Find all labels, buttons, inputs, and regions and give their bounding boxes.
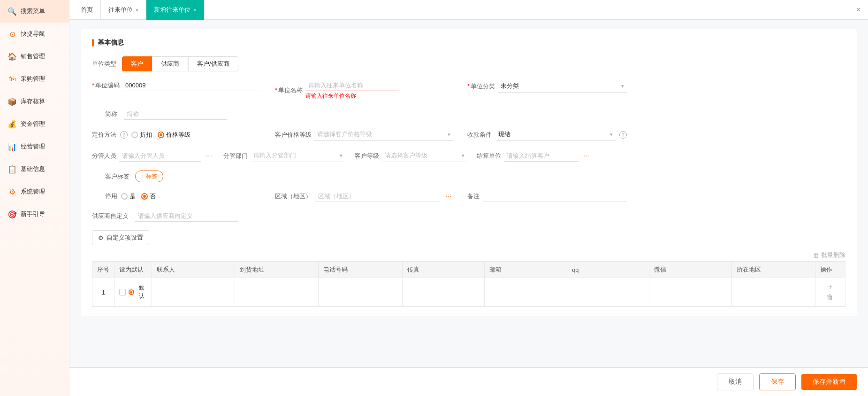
phone-input[interactable] [323,289,397,296]
row-seq: 1 [92,278,114,307]
row-qq[interactable] [567,278,649,307]
region-more-button[interactable]: ··· [443,192,453,201]
supervisor-label: 分管人员 [92,152,116,160]
disabled-radio-group: 是 否 [121,192,156,201]
disabled-yes-radio[interactable]: 是 [121,192,136,201]
pricing-method-radio-group: 折扣 价格等级 [131,131,190,139]
supervisor-field: 分管人员 ··· [92,150,214,162]
remarks-input[interactable] [483,191,627,202]
abbreviation-label: 简称 [105,110,117,118]
tab-new-partner[interactable]: 新增往来单位 × [146,0,204,20]
row-fax[interactable] [402,278,485,307]
department-select[interactable]: 请输入分管部门 ▾ [251,149,345,162]
unit-category-select[interactable]: 未分类 ▾ [498,80,627,93]
supplier-custom-row: 供应商自定义 [92,210,845,222]
region-table-input[interactable] [737,289,810,296]
supervisor-input[interactable] [119,150,201,162]
unit-type-group: 客户 供应商 客户/供应商 [122,56,238,71]
sidebar-item-system[interactable]: ⚙ 系统管理 [0,180,69,203]
contact-input[interactable] [157,289,230,296]
settlement-unit-more-button[interactable]: ··· [582,152,592,160]
sidebar-item-search[interactable]: 🔍 搜索菜单 [0,0,69,23]
add-tag-label: + 标签 [141,172,157,180]
col-address: 到货地址 [235,262,319,278]
sidebar-item-label: 快捷导航 [21,30,45,38]
abbreviation-input[interactable] [124,109,227,120]
col-default: 设为默认 [114,262,152,278]
basic-info-icon: 📋 [8,164,17,174]
cancel-button[interactable]: 取消 [717,373,754,390]
row-default-radio[interactable] [129,289,134,295]
address-input[interactable] [240,289,313,296]
custom-settings-button[interactable]: ⚙ 自定义项设置 [92,230,149,245]
supplier-custom-field: 供应商自定义 [92,210,238,222]
unit-code-label: *单位编码 [92,81,120,90]
unit-code-field: *单位编码 [92,80,261,91]
row-delete-button[interactable]: 🗑 [824,292,836,303]
sidebar-item-inventory[interactable]: 📦 库存核算 [0,90,69,113]
sidebar-item-quick-nav[interactable]: ⊙ 快捷导航 [0,23,69,45]
batch-delete-icon: 🗑 [813,252,819,259]
code-name-category-row: *单位编码 *单位名称 请输入往来单位名称 [92,80,845,100]
pricing-level-label: 价格等级 [166,131,190,139]
pricing-level-radio[interactable]: 价格等级 [158,131,190,139]
region-field: 区域（地区） ··· [275,191,453,202]
add-tag-button[interactable]: + 标签 [135,171,163,182]
pricing-discount-radio-outer [131,132,138,138]
qq-input[interactable] [572,289,644,296]
customer-level-value: 请选择客户等级 [385,151,460,160]
row-phone[interactable] [319,278,402,307]
row-default-checkbox[interactable] [119,289,126,295]
payment-terms-help-icon[interactable]: ? [619,131,627,139]
row-wechat[interactable] [649,278,731,307]
tab-partner-close[interactable]: × [136,7,138,13]
sidebar-item-basic-info[interactable]: 📋 基础信息 [0,158,69,180]
remarks-field: 备注 [467,191,627,202]
guide-icon: 🎯 [8,210,17,219]
save-new-button[interactable]: 保存并新增 [801,374,857,390]
unit-type-supplier[interactable]: 供应商 [152,56,188,71]
row-region[interactable] [731,278,815,307]
fax-input[interactable] [407,289,480,296]
settlement-unit-label: 结算单位 [477,152,501,160]
department-field: 分管部门 请输入分管部门 ▾ [223,149,345,162]
tab-partner[interactable]: 往来单位 × [101,0,146,20]
region-input[interactable] [315,191,440,202]
supervisor-more-button[interactable]: ··· [204,152,214,160]
inventory-icon: 📦 [8,97,17,106]
tabbar: 首页 往来单位 × 新增往来单位 × × [69,0,868,20]
row-add-button[interactable]: + [826,282,834,292]
sidebar-item-guide[interactable]: 🎯 新手引导 [0,203,69,225]
settlement-unit-input[interactable] [504,150,579,162]
pricing-method-help-icon[interactable]: ? [120,131,128,139]
unit-code-input[interactable] [122,80,261,91]
row-contact[interactable] [152,278,235,307]
disabled-region-row: 停用 是 否 [92,191,845,202]
sidebar-item-finance[interactable]: 💰 资金管理 [0,113,69,135]
sidebar-item-sales[interactable]: 🏠 销售管理 [0,45,69,68]
batch-delete-label[interactable]: 批量删除 [821,251,845,259]
customer-level-select[interactable]: 请选择客户等级 ▾ [382,149,467,162]
unit-type-customer[interactable]: 客户 [122,56,152,71]
row-email[interactable] [485,278,567,307]
payment-terms-select[interactable]: 现结 ▾ [495,128,616,141]
sidebar-item-purchase[interactable]: 🛍 采购管理 [0,68,69,90]
supplier-custom-input[interactable] [135,210,238,222]
wechat-input[interactable] [654,289,727,296]
unit-type-both[interactable]: 客户/供应商 [188,56,238,71]
pricing-discount-radio[interactable]: 折扣 [131,131,152,139]
unit-name-input[interactable] [305,80,399,91]
row-address[interactable] [235,278,319,307]
disabled-no-radio[interactable]: 否 [141,192,156,201]
unit-category-value: 未分类 [501,82,619,90]
save-button[interactable]: 保存 [759,373,796,390]
department-value: 请输入分管部门 [253,151,338,160]
col-contact: 联系人 [152,262,235,278]
customer-price-level-select[interactable]: 请选择客户价格等级 ▾ [314,128,453,141]
window-close-button[interactable]: × [853,4,864,16]
email-input[interactable] [489,289,562,296]
customer-tags-label: 客户标签 [105,172,129,181]
sidebar-item-operations[interactable]: 📊 经营管理 [0,135,69,158]
tab-new-partner-close[interactable]: × [193,7,196,13]
tab-home[interactable]: 首页 [73,0,101,20]
